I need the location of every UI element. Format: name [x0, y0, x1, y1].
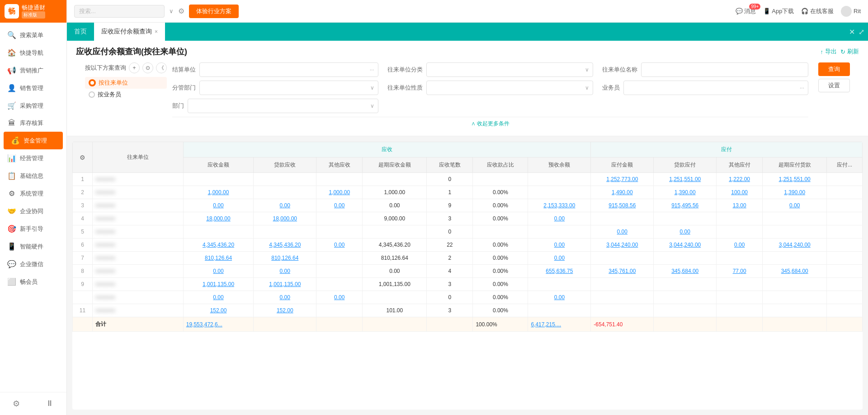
sidebar-item-purchase[interactable]: 🛒 采购管理 [0, 97, 66, 114]
table-cell[interactable]: 1,000.00 [183, 186, 254, 199]
table-cell[interactable]: 0.00 [254, 199, 316, 212]
footer-ar-amount[interactable]: 19,553,472,6... [183, 317, 254, 332]
table-cell[interactable]: 3,044,240.00 [654, 239, 717, 252]
partner-name-field[interactable] [641, 62, 808, 77]
table-cell[interactable]: 0.00 [254, 291, 316, 304]
table-cell[interactable]: 3,044,240.00 [591, 239, 654, 252]
sidebar-item-smart-hw[interactable]: 📱 智能硬件 [0, 238, 66, 255]
sidebar-item-quick-nav[interactable]: 🏠 快捷导航 [0, 44, 66, 62]
table-cell[interactable]: 1,222.00 [717, 173, 763, 186]
table-cell[interactable]: 1,001,135.00 [183, 278, 254, 291]
table-cell[interactable]: 3,044,240.00 [763, 239, 827, 252]
topbar-online-service[interactable]: 🎧 在线客服 [801, 7, 834, 15]
topbar-user[interactable]: Rit [841, 6, 861, 17]
topbar-dropdown-icon[interactable]: ∨ [169, 8, 174, 14]
table-cell[interactable]: 0.00 [183, 199, 254, 212]
table-cell[interactable]: 0.00 [528, 239, 591, 252]
row-number: 4 [73, 212, 93, 225]
table-cell[interactable]: 13.00 [717, 199, 763, 212]
table-cell[interactable]: 1,001,135.00 [254, 278, 316, 291]
filter-add-btn[interactable]: + [129, 62, 140, 73]
table-cell[interactable]: 1,490.00 [591, 186, 654, 199]
sidebar-collapse-btn[interactable]: ⏸ [42, 397, 57, 410]
refresh-btn[interactable]: ↻ 刷新 [840, 48, 859, 56]
table-cell[interactable]: 4,345,436.20 [254, 239, 316, 252]
partner-nature-field[interactable]: ∨ [426, 81, 594, 95]
dept-in-charge-field[interactable]: ∨ [199, 81, 378, 95]
export-btn[interactable]: ↑ 导出 [821, 48, 837, 56]
tab-expand-btn[interactable]: ⤢ [859, 28, 864, 36]
table-cell[interactable]: 0.00 [654, 225, 717, 239]
table-cell[interactable]: 1,390.00 [763, 186, 827, 199]
table-cell[interactable]: 1,251,551.00 [763, 173, 827, 186]
sidebar-settings-btn[interactable]: ⚙ [9, 397, 24, 410]
table-cell[interactable]: 0.00 [717, 239, 763, 252]
sidebar-item-base-info[interactable]: 📋 基础信息 [0, 167, 66, 185]
tab-close-window-btn[interactable]: ✕ [849, 28, 855, 36]
tab-home[interactable]: 首页 [67, 23, 94, 41]
setting-btn[interactable]: 设置 [818, 79, 850, 92]
table-cell[interactable]: 0.00 [316, 239, 363, 252]
table-cell[interactable]: 0.00 [183, 265, 254, 278]
filter-settings-icon[interactable]: ⊙ [142, 62, 153, 73]
topbar-messages[interactable]: 💬 消息 99+ [736, 7, 756, 15]
table-cell[interactable]: 152.00 [254, 304, 316, 317]
sidebar-item-enterprise[interactable]: 🤝 企业协同 [0, 202, 66, 220]
topbar-search[interactable]: 搜索... [74, 5, 165, 18]
table-cell[interactable]: 1,390.00 [654, 186, 717, 199]
table-cell[interactable]: 345,684.00 [763, 265, 827, 278]
table-cell[interactable]: 810,126.64 [183, 252, 254, 265]
settlement-unit-field[interactable]: ··· [199, 62, 378, 77]
table-cell[interactable]: 345,684.00 [654, 265, 717, 278]
partner-category-field[interactable]: ∨ [426, 62, 594, 77]
table-cell[interactable]: 0.00 [591, 225, 654, 239]
table-cell[interactable]: 77.00 [717, 265, 763, 278]
table-cell[interactable]: 1,000.00 [316, 186, 363, 199]
table-cell[interactable]: 655,636.75 [528, 265, 591, 278]
table-settings-icon[interactable]: ⚙ [80, 154, 85, 161]
sidebar-item-operations[interactable]: 📊 经营管理 [0, 149, 66, 167]
collapse-bar[interactable]: ∧ 收起更多条件 [172, 117, 808, 130]
dept-field[interactable]: ∨ [188, 99, 378, 113]
table-cell[interactable]: 0.00 [183, 291, 254, 304]
table-cell[interactable]: 0.00 [528, 212, 591, 225]
sidebar-item-sales[interactable]: 👤 销售管理 [0, 79, 66, 97]
filter-collapse-icon[interactable]: 《 [156, 62, 167, 73]
table-cell[interactable]: 0.00 [254, 265, 316, 278]
table-cell[interactable]: 0.00 [763, 199, 827, 212]
table-cell[interactable]: 18,000.00 [254, 212, 316, 225]
sidebar-item-capital[interactable]: 💰 资金管理 [4, 132, 63, 149]
salesperson-field[interactable]: ··· [623, 81, 808, 95]
table-cell[interactable]: 2,153,333.00 [528, 199, 591, 212]
table-cell[interactable]: 1,252,773.00 [591, 173, 654, 186]
sidebar-item-sys-admin[interactable]: ⚙ 系统管理 [0, 185, 66, 202]
tab-close-icon[interactable]: × [155, 29, 158, 35]
sidebar-item-inventory[interactable]: 🏛 库存核算 [0, 114, 66, 132]
topbar-app-download[interactable]: 📱 App下载 [763, 7, 794, 15]
table-cell[interactable]: 0.00 [316, 199, 363, 212]
topbar-gear-icon[interactable]: ⚙ [178, 7, 184, 15]
table-cell[interactable]: 4,345,436.20 [183, 239, 254, 252]
sidebar-item-member[interactable]: ⬜ 畅会员 [0, 273, 66, 291]
table-cell[interactable]: 915,508.56 [591, 199, 654, 212]
footer-advance[interactable]: 6,417,215.... [528, 317, 591, 332]
table-cell[interactable]: 345,761.00 [591, 265, 654, 278]
table-cell[interactable]: 18,000.00 [183, 212, 254, 225]
tab-ar-query[interactable]: 应收应付余额查询 × [94, 23, 165, 41]
sidebar-item-corp-wechat[interactable]: 💬 企业微信 [0, 255, 66, 273]
topbar-plan-btn[interactable]: 体验行业方案 [189, 5, 239, 18]
table-cell[interactable]: 1,251,551.00 [654, 173, 717, 186]
table-cell[interactable]: 0.00 [528, 252, 591, 265]
table-cell[interactable]: 100.00 [717, 186, 763, 199]
sidebar-item-marketing[interactable]: 📢 营销推广 [0, 62, 66, 79]
scheme-by-salesperson[interactable]: 按业务员 [85, 89, 167, 100]
table-cell[interactable]: 152.00 [183, 304, 254, 317]
sidebar-item-search-menu[interactable]: 🔍 搜索菜单 [0, 26, 66, 44]
sidebar-item-beginner[interactable]: 🎯 新手引导 [0, 220, 66, 238]
table-cell[interactable]: 0.00 [316, 291, 363, 304]
table-cell[interactable]: 915,495.56 [654, 199, 717, 212]
scheme-by-partner[interactable]: 按往来单位 [85, 77, 167, 89]
query-btn[interactable]: 查询 [818, 62, 850, 76]
table-cell[interactable]: 810,126.64 [254, 252, 316, 265]
table-cell[interactable]: 0.00 [528, 291, 591, 304]
